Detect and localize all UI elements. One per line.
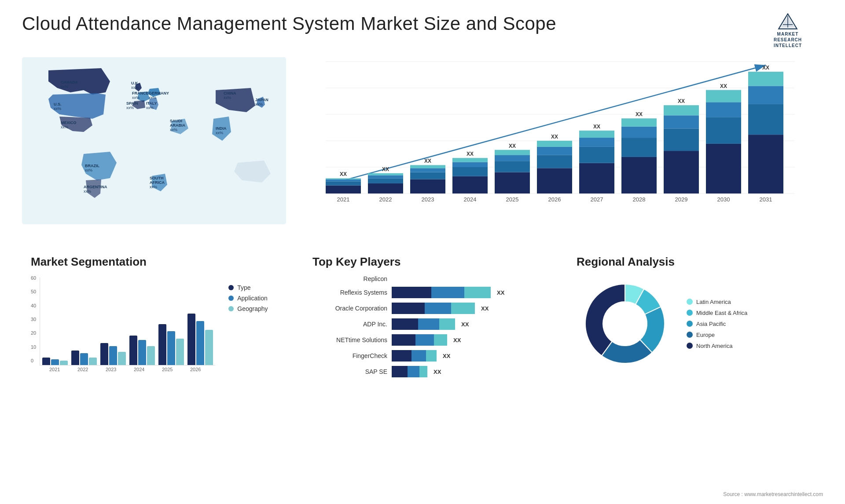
segmentation-section: Market Segmentation 6050403020100 bbox=[22, 251, 295, 488]
svg-text:BRAZIL: BRAZIL bbox=[85, 164, 99, 168]
legend-dot bbox=[228, 306, 234, 311]
regional-legend-item: Europe bbox=[687, 332, 747, 338]
player-bar-seg-1 bbox=[392, 303, 425, 314]
svg-text:MEXICO: MEXICO bbox=[61, 121, 77, 125]
svg-rect-93 bbox=[664, 151, 699, 194]
donut-container: Latin America Middle East & Africa Asia … bbox=[577, 275, 814, 372]
svg-text:xx%: xx% bbox=[146, 106, 154, 110]
seg-bar-type bbox=[42, 358, 50, 365]
svg-text:2029: 2029 bbox=[675, 196, 688, 203]
svg-rect-87 bbox=[621, 157, 657, 194]
player-bar-seg-1 bbox=[392, 334, 415, 346]
x-axis-label: 2022 bbox=[70, 367, 96, 372]
players-container: Replicon Reflexis Systems XX Oracle Corp… bbox=[312, 275, 550, 377]
seg-bar-group bbox=[42, 358, 68, 365]
growth-chart: XX2021XX2022XX2023XX2024XX2025XX2026XX20… bbox=[308, 62, 814, 229]
seg-bar-type bbox=[100, 343, 108, 365]
page-container: Cloud Attendance Management System Marke… bbox=[0, 0, 845, 504]
svg-rect-52 bbox=[368, 178, 403, 183]
svg-text:XX: XX bbox=[509, 143, 516, 149]
seg-bars-grid bbox=[40, 278, 215, 365]
svg-rect-70 bbox=[495, 161, 530, 172]
player-bar-seg-3 bbox=[434, 334, 447, 346]
player-row: ADP Inc. XX bbox=[312, 318, 550, 330]
regional-legend-dot bbox=[687, 299, 693, 305]
seg-bar-geo bbox=[60, 361, 68, 365]
player-name: Reflexis Systems bbox=[312, 289, 387, 296]
player-row: Oracle Corporation XX bbox=[312, 303, 550, 314]
seg-bar-group bbox=[71, 351, 97, 365]
legend-label: Geography bbox=[237, 305, 268, 312]
player-bar-seg-2 bbox=[425, 303, 451, 314]
player-value: XX bbox=[453, 337, 461, 343]
regional-legend-item: Asia Pacific bbox=[687, 321, 747, 327]
x-axis-label: 2024 bbox=[126, 367, 152, 372]
player-bar bbox=[392, 334, 447, 346]
svg-text:xx%: xx% bbox=[132, 95, 140, 100]
player-bar-container: XX bbox=[392, 366, 550, 377]
svg-rect-102 bbox=[706, 90, 741, 102]
legend-item: Application bbox=[228, 295, 268, 302]
player-bar-seg-3 bbox=[439, 318, 455, 330]
svg-rect-105 bbox=[748, 135, 783, 194]
svg-rect-90 bbox=[621, 118, 657, 126]
x-axis-label: 2025 bbox=[154, 367, 180, 372]
player-value: XX bbox=[443, 353, 450, 359]
svg-text:2024: 2024 bbox=[464, 196, 477, 203]
svg-text:2025: 2025 bbox=[506, 196, 519, 203]
seg-bar-app bbox=[196, 321, 204, 365]
svg-rect-72 bbox=[495, 150, 530, 155]
svg-text:ITALY: ITALY bbox=[146, 101, 157, 106]
svg-rect-83 bbox=[579, 138, 614, 147]
player-bar bbox=[392, 350, 437, 362]
seg-bar-group bbox=[158, 324, 184, 365]
player-name: FingerCheck bbox=[312, 352, 387, 359]
y-axis-label: 50 bbox=[31, 289, 36, 294]
svg-rect-66 bbox=[452, 158, 488, 162]
svg-rect-81 bbox=[579, 163, 614, 194]
svg-rect-78 bbox=[537, 141, 572, 147]
svg-text:CHINA: CHINA bbox=[224, 91, 236, 95]
svg-text:XX: XX bbox=[382, 166, 389, 172]
seg-bar-geo bbox=[89, 358, 97, 365]
seg-bar-geo bbox=[147, 346, 155, 365]
regional-legend-item: Middle East & Africa bbox=[687, 310, 747, 316]
svg-text:2028: 2028 bbox=[633, 196, 646, 203]
x-axis-label: 2023 bbox=[98, 367, 124, 372]
svg-text:2021: 2021 bbox=[337, 196, 350, 203]
player-bar-seg-3 bbox=[464, 287, 491, 298]
player-name: Replicon bbox=[312, 275, 387, 282]
content-grid: CANADA xx% U.S. xx% MEXICO xx% BRAZIL xx… bbox=[22, 57, 823, 488]
svg-text:2022: 2022 bbox=[379, 196, 392, 203]
player-bar bbox=[392, 303, 475, 314]
svg-text:xx%: xx% bbox=[61, 84, 68, 89]
player-bar-seg-2 bbox=[418, 318, 439, 330]
svg-text:2023: 2023 bbox=[422, 196, 434, 203]
svg-rect-106 bbox=[748, 104, 783, 135]
svg-rect-101 bbox=[706, 102, 741, 117]
player-bar-container: XX bbox=[392, 350, 550, 362]
seg-bar-type bbox=[187, 314, 195, 365]
page-title: Cloud Attendance Management System Marke… bbox=[22, 13, 556, 34]
svg-rect-100 bbox=[706, 117, 741, 144]
growth-chart-section: XX2021XX2022XX2023XX2024XX2025XX2026XX20… bbox=[304, 57, 823, 242]
svg-rect-64 bbox=[452, 167, 488, 176]
seg-bar-type bbox=[129, 336, 137, 365]
svg-rect-58 bbox=[410, 172, 445, 179]
player-bar-seg-1 bbox=[392, 287, 431, 298]
svg-text:SOUTH: SOUTH bbox=[150, 176, 164, 180]
regional-legend-label: Middle East & Africa bbox=[696, 310, 747, 316]
svg-text:xx%: xx% bbox=[85, 168, 92, 172]
seg-bar-type bbox=[71, 351, 79, 365]
seg-bar-app bbox=[109, 346, 117, 365]
svg-rect-46 bbox=[326, 181, 361, 185]
svg-text:xx%: xx% bbox=[149, 95, 156, 100]
legend-label: Type bbox=[237, 284, 250, 291]
regional-legend-dot bbox=[687, 321, 693, 327]
seg-y-axis: 6050403020100 bbox=[31, 275, 36, 372]
legend-dot bbox=[228, 285, 234, 290]
svg-text:xx%: xx% bbox=[150, 185, 157, 189]
svg-rect-47 bbox=[326, 179, 361, 182]
seg-bar-geo bbox=[118, 352, 126, 365]
seg-bar-app bbox=[51, 359, 59, 365]
